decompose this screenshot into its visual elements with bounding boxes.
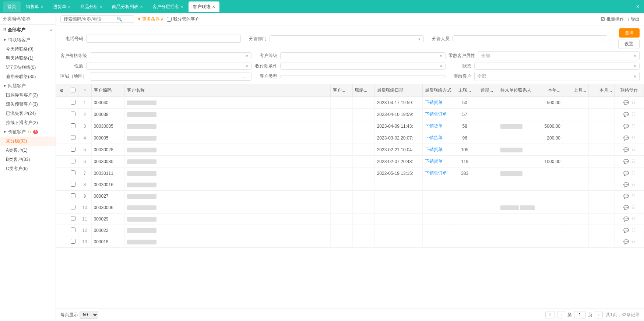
- action-more-icon[interactable]: ⠿: [632, 159, 635, 164]
- td-check[interactable]: [68, 236, 78, 248]
- th-uncontact[interactable]: 未联...: [454, 84, 476, 97]
- action-chat-icon[interactable]: 💬: [623, 135, 629, 141]
- action-chat-icon[interactable]: 💬: [623, 228, 629, 233]
- refresh-icon[interactable]: ↻: [27, 130, 31, 135]
- action-chat-icon[interactable]: 💬: [623, 194, 629, 199]
- first-page-btn[interactable]: K: [545, 311, 555, 318]
- search-input[interactable]: [64, 17, 115, 22]
- my-customers-checkbox[interactable]: [167, 17, 172, 22]
- close-tab-sales[interactable]: ✕: [41, 5, 43, 9]
- sidebar-item-churn-warning[interactable]: 流失预警客户(3): [0, 100, 56, 109]
- search-icon[interactable]: 🔍: [117, 17, 122, 22]
- row-checkbox[interactable]: [71, 112, 75, 116]
- th-name[interactable]: 客户名称: [124, 84, 330, 97]
- row-checkbox[interactable]: [71, 216, 75, 221]
- sidebar-item-declining[interactable]: 持续下滑客户(2): [0, 118, 56, 127]
- tab-customer-segment[interactable]: 客户分层经客 ✕: [148, 1, 188, 12]
- page-input[interactable]: [574, 311, 586, 318]
- close-tab-analysis-list[interactable]: ✕: [140, 5, 143, 9]
- row-checkbox[interactable]: [71, 182, 75, 187]
- action-more-icon[interactable]: ⠿: [632, 124, 635, 129]
- th-overdue[interactable]: 逾期...: [476, 84, 498, 97]
- td-check[interactable]: [68, 109, 78, 120]
- td-check[interactable]: [68, 156, 78, 167]
- action-more-icon[interactable]: ⠿: [632, 182, 635, 187]
- price-level-select[interactable]: ∨: [90, 52, 251, 59]
- sidebar-item-today[interactable]: 今天待联络(0): [0, 45, 56, 54]
- all-customers-header[interactable]: ⠿ 全部客户 «: [0, 25, 56, 35]
- customer-level-select[interactable]: ∨: [280, 52, 446, 59]
- sidebar-item-hoarding[interactable]: 囤购异常客户(2): [0, 91, 56, 100]
- my-customers-check[interactable]: 我分管的客户: [167, 16, 200, 22]
- tab-analysis[interactable]: 商品分析 ✕: [76, 1, 107, 12]
- row-checkbox[interactable]: [71, 100, 75, 105]
- region-dots[interactable]: …: [241, 74, 248, 79]
- action-more-icon[interactable]: ⠿: [632, 171, 635, 176]
- close-tab-customer-contact[interactable]: ✕: [212, 5, 215, 9]
- row-checkbox[interactable]: [71, 170, 75, 175]
- method-link[interactable]: 下销货单: [425, 100, 443, 105]
- more-conditions-btn[interactable]: ▼ 更多条件 ∧: [137, 16, 164, 22]
- td-check[interactable]: [68, 144, 78, 156]
- th-year[interactable]: 本年...: [537, 84, 563, 97]
- td-check[interactable]: [68, 191, 78, 202]
- action-more-icon[interactable]: ⠿: [632, 216, 635, 222]
- close-tab-purchase[interactable]: ✕: [68, 5, 71, 9]
- method-link[interactable]: 下销货单: [425, 123, 443, 128]
- check-all[interactable]: [71, 88, 75, 92]
- th-method[interactable]: 最后联络方式: [422, 84, 454, 97]
- action-chat-icon[interactable]: 💬: [623, 239, 629, 244]
- th-type[interactable]: 客户...: [330, 84, 352, 97]
- nav-close-all[interactable]: ✕: [634, 3, 641, 11]
- td-check[interactable]: [68, 214, 78, 225]
- group-problem[interactable]: ▼ 问题客户: [0, 81, 56, 91]
- next-page-btn[interactable]: ›: [595, 311, 603, 318]
- row-checkbox[interactable]: [71, 147, 75, 152]
- sidebar-item-tomorrow[interactable]: 明天待联络(1): [0, 54, 56, 63]
- sidebar-search-input[interactable]: [3, 16, 56, 21]
- action-more-icon[interactable]: ⠿: [632, 194, 635, 199]
- sidebar-item-class-a[interactable]: A类客户(1): [0, 146, 56, 155]
- td-check[interactable]: [68, 225, 78, 236]
- sidebar-item-ungraded[interactable]: 未分组(32): [0, 137, 56, 146]
- tab-customer-contact[interactable]: 客户联络 ✕: [189, 1, 219, 12]
- close-tab-customer-segment[interactable]: ✕: [180, 5, 183, 9]
- th-thismonth[interactable]: 本月...: [589, 84, 615, 97]
- method-link[interactable]: 下销货单: [425, 159, 443, 164]
- td-check[interactable]: [68, 97, 78, 109]
- close-tab-analysis[interactable]: ✕: [99, 5, 102, 9]
- status-select[interactable]: ∨: [474, 63, 640, 70]
- dept-select[interactable]: ∨: [270, 35, 424, 42]
- sidebar-collapse-btn[interactable]: «: [50, 28, 53, 33]
- th-lastmonth[interactable]: 上月...: [563, 84, 589, 97]
- row-checkbox[interactable]: [71, 239, 75, 244]
- export-btn[interactable]: ↓ 导出: [627, 16, 640, 22]
- nature-select[interactable]: ∨: [86, 63, 251, 70]
- method-link[interactable]: 下销货单: [425, 147, 443, 152]
- action-more-icon[interactable]: ⠿: [632, 100, 635, 105]
- sidebar-item-overdue[interactable]: 逾期未联络(30): [0, 72, 56, 81]
- sidebar-item-class-c[interactable]: C类客户(6): [0, 164, 56, 173]
- group-value[interactable]: ▼ 价值客户 ↻ 8: [0, 127, 56, 137]
- manager-select[interactable]: …: [453, 35, 607, 42]
- action-chat-icon[interactable]: 💬: [623, 147, 629, 152]
- phone-input[interactable]: [86, 35, 241, 43]
- action-more-icon[interactable]: ⠿: [632, 135, 635, 141]
- th-date[interactable]: 最后联络日期: [374, 84, 422, 97]
- td-check[interactable]: [68, 167, 78, 179]
- payment-select[interactable]: ∨: [280, 63, 446, 70]
- customer-type-select[interactable]: [280, 75, 446, 78]
- action-chat-icon[interactable]: 💬: [623, 124, 629, 129]
- method-link[interactable]: 下销货单: [425, 135, 443, 140]
- row-checkbox[interactable]: [71, 159, 75, 163]
- retail-customer-select[interactable]: 全部 ∨: [474, 72, 640, 81]
- action-chat-icon[interactable]: 💬: [623, 100, 629, 105]
- batch-ops-btn[interactable]: ☑ 批量操作: [601, 16, 624, 22]
- th-settings[interactable]: ⚙: [56, 84, 68, 97]
- action-more-icon[interactable]: ⠿: [632, 147, 635, 152]
- region-select[interactable]: …: [90, 73, 251, 81]
- action-chat-icon[interactable]: 💬: [623, 159, 629, 164]
- th-person[interactable]: 往来单位联系人: [498, 84, 537, 97]
- query-btn[interactable]: 查询: [619, 28, 640, 38]
- th-code[interactable]: 客户编码: [91, 84, 124, 97]
